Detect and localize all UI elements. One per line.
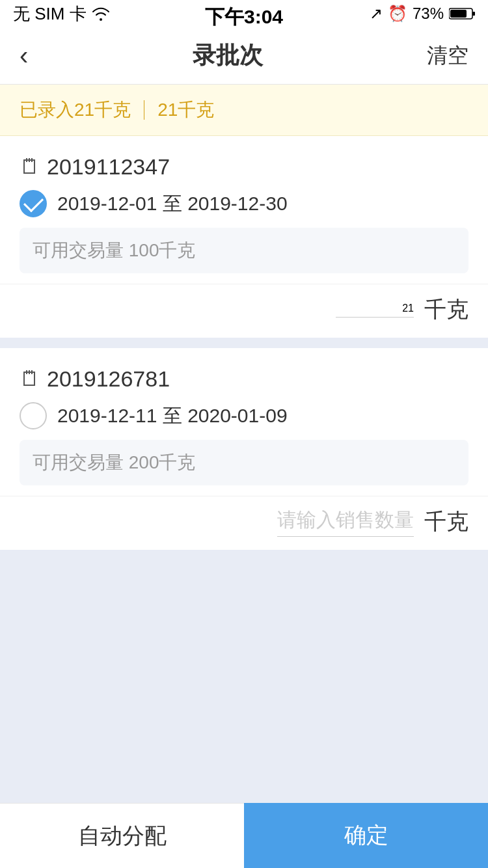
- batch-available-2: 可用交易量 200千克: [20, 440, 468, 485]
- battery-icon: [449, 7, 475, 20]
- quantity-input-2[interactable]: 请输入销售数量: [277, 507, 414, 537]
- svg-rect-2: [450, 10, 467, 18]
- quantity-unit-1: 千克: [424, 295, 468, 325]
- no-sim-text: 无 SIM 卡: [13, 3, 87, 25]
- recorded-label: 已录入21千克: [20, 98, 131, 122]
- banner-divider: [144, 100, 144, 120]
- nav-bar: ‹ 录批次 清空: [0, 27, 488, 85]
- status-right: ↗ ⏰ 73%: [370, 5, 475, 23]
- input-row-2: 请输入销售数量 千克: [0, 496, 488, 550]
- quantity-number-1: 21: [402, 303, 414, 314]
- batch-date-row-2[interactable]: 2019-12-11 至 2020-01-09: [0, 398, 488, 437]
- batch-icon-2: 🗒: [20, 367, 40, 391]
- confirm-button[interactable]: 确定: [244, 803, 488, 868]
- batch-icon-1: 🗒: [20, 155, 40, 179]
- quantity-value-1[interactable]: 21: [336, 303, 414, 318]
- batch-item-1: 🗒 2019112347 2019-12-01 至 2019-12-30 可用交…: [0, 136, 488, 338]
- clear-button[interactable]: 清空: [427, 42, 468, 70]
- empty-area: [0, 550, 488, 830]
- batch-item-2: 🗒 2019126781 2019-12-11 至 2020-01-09 可用交…: [0, 348, 488, 550]
- batch-id-2: 2019126781: [47, 366, 170, 392]
- batch-date-1: 2019-12-01 至 2019-12-30: [57, 191, 288, 217]
- page-title: 录批次: [193, 40, 263, 72]
- location-icon: ↗: [370, 5, 383, 23]
- status-left: 无 SIM 卡: [13, 3, 110, 25]
- battery-text: 73%: [413, 5, 444, 23]
- batch-date-row-1[interactable]: 2019-12-01 至 2019-12-30: [0, 186, 488, 225]
- batch-header-2: 🗒 2019126781: [0, 348, 488, 398]
- alarm-icon: ⏰: [388, 5, 407, 23]
- radio-batch-2[interactable]: [20, 402, 47, 429]
- status-bar: 无 SIM 卡 下午3:04 ↗ ⏰ 73%: [0, 0, 488, 27]
- batch-date-2: 2019-12-11 至 2020-01-09: [57, 403, 288, 429]
- recorded-amount: 21千克: [157, 98, 214, 122]
- auto-distribute-button[interactable]: 自动分配: [0, 803, 244, 868]
- info-banner: 已录入21千克 21千克: [0, 85, 488, 136]
- input-unit-2: 千克: [424, 507, 468, 537]
- svg-rect-1: [472, 12, 475, 16]
- batch-id-1: 2019112347: [47, 154, 170, 180]
- quantity-row-1: 21 千克: [0, 284, 488, 338]
- status-time: 下午3:04: [205, 4, 283, 31]
- batch-header-1: 🗒 2019112347: [0, 136, 488, 186]
- wifi-icon: [92, 7, 110, 21]
- bottom-bar: 自动分配 确定: [0, 803, 488, 868]
- section-separator: [0, 338, 488, 348]
- radio-batch-1[interactable]: [20, 190, 47, 217]
- back-button[interactable]: ‹: [20, 41, 28, 70]
- input-placeholder-text: 请输入销售数量: [277, 509, 414, 530]
- batch-available-1: 可用交易量 100千克: [20, 228, 468, 273]
